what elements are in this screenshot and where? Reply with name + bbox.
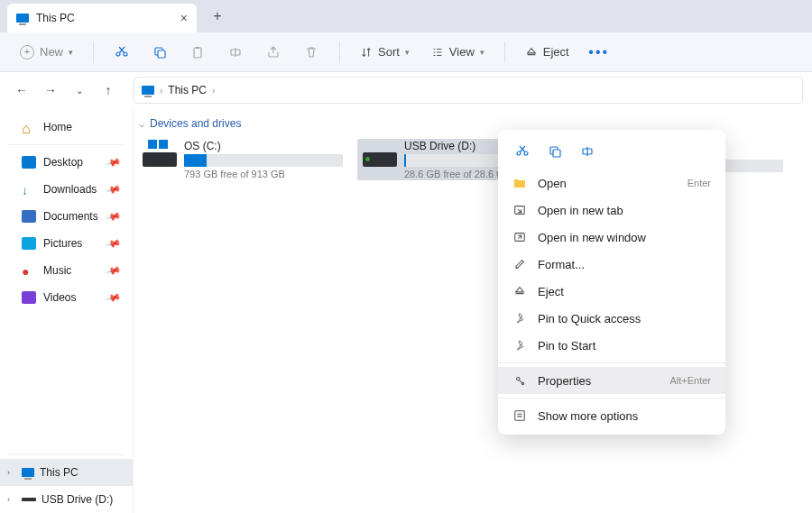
view-label: View — [449, 45, 475, 59]
tree-item-this-pc[interactable]: › This PC — [0, 459, 133, 486]
downloads-icon — [22, 183, 36, 196]
pin-icon: 📌 — [106, 154, 123, 170]
sidebar-home[interactable]: Home — [0, 114, 133, 141]
pin-icon: 📌 — [106, 208, 123, 224]
context-menu-item-properties[interactable]: PropertiesAlt+Enter — [498, 367, 725, 394]
context-menu-topbar — [498, 135, 725, 169]
delete-icon[interactable] — [296, 39, 327, 66]
eject-button[interactable]: Eject — [518, 41, 577, 62]
context-menu-label: Open in new tab — [538, 204, 623, 217]
context-menu-item-pin-to-start[interactable]: Pin to Start — [498, 332, 725, 359]
sidebar-item-pictures[interactable]: Pictures 📌 — [0, 230, 133, 257]
section-title: Devices and drives — [150, 117, 241, 130]
tab-this-pc[interactable]: This PC × — [7, 4, 197, 32]
sidebar-item-documents[interactable]: Documents 📌 — [0, 203, 133, 230]
svg-rect-3 — [196, 47, 199, 49]
context-menu-shortcut: Alt+Enter — [669, 375, 711, 386]
eject-icon — [525, 46, 538, 59]
sidebar-tree: › This PC › USB Drive (D:) — [0, 451, 133, 513]
tree-label: USB Drive (D:) — [42, 493, 113, 506]
pin-icon: 📌 — [106, 235, 123, 252]
context-menu-label: Format... — [538, 258, 585, 271]
drive-os-c[interactable]: OS (C:) 793 GB free of 913 GB — [137, 139, 348, 180]
chevron-down-icon: ⌵ — [139, 119, 144, 129]
sidebar-label: Desktop — [43, 156, 83, 169]
tab-bar: This PC × + — [0, 0, 812, 32]
view-icon — [431, 46, 444, 59]
sort-label: Sort — [378, 45, 400, 59]
context-menu-item-show-more-options[interactable]: Show more options — [498, 402, 725, 429]
context-menu-item-open[interactable]: OpenEnter — [498, 169, 725, 197]
up-button[interactable]: ↑ — [96, 77, 121, 104]
svg-rect-12 — [515, 411, 525, 421]
chevron-right-icon: › — [160, 86, 162, 96]
sidebar-label: Pictures — [43, 237, 82, 250]
context-menu-label: Show more options — [538, 409, 638, 423]
context-menu-label: Pin to Start — [538, 339, 595, 353]
chevron-right-icon: › — [7, 468, 16, 477]
forward-button[interactable]: → — [38, 77, 63, 104]
documents-icon — [22, 210, 36, 223]
drive-space-text: 793 GB free of 913 GB — [184, 169, 343, 179]
share-icon[interactable] — [258, 39, 289, 66]
context-menu-item-format[interactable]: Format... — [498, 251, 725, 278]
sidebar-label: Videos — [43, 291, 76, 304]
chevron-right-icon: › — [7, 495, 16, 504]
drive-name: OS (C:) — [184, 140, 343, 152]
home-icon — [22, 121, 36, 133]
sidebar-item-downloads[interactable]: Downloads 📌 — [0, 176, 133, 203]
view-button[interactable]: View ▾ — [424, 41, 492, 62]
chevron-down-icon: ▾ — [69, 48, 73, 57]
divider — [93, 41, 94, 63]
tree-label: This PC — [40, 466, 78, 479]
back-button[interactable]: ← — [9, 77, 34, 104]
sort-button[interactable]: Sort ▾ — [353, 41, 417, 62]
address-bar[interactable]: › This PC › — [134, 77, 803, 104]
context-menu-item-pin-to-quick-access[interactable]: Pin to Quick access — [498, 305, 725, 332]
more-button[interactable]: ••• — [584, 39, 614, 66]
divider — [339, 41, 340, 63]
context-menu-shortcut: Enter — [687, 178, 711, 188]
sidebar: Home Desktop 📌 Downloads 📌 Documents 📌 P… — [0, 108, 134, 513]
new-button[interactable]: + New ▾ — [13, 41, 80, 63]
drive-body: OS (C:) 793 GB free of 913 GB — [184, 140, 343, 179]
rename-icon[interactable] — [220, 39, 251, 66]
sidebar-item-music[interactable]: Music 📌 — [0, 257, 133, 284]
sidebar-item-videos[interactable]: Videos 📌 — [0, 284, 133, 311]
close-icon[interactable]: × — [180, 11, 188, 25]
context-menu-item-open-in-new-tab[interactable]: Open in new tab — [498, 197, 725, 224]
nav-row: ← → ⌄ ↑ › This PC › — [0, 72, 812, 108]
new-tab-button[interactable]: + — [202, 4, 233, 29]
recent-button[interactable]: ⌄ — [67, 77, 92, 104]
new-label: New — [40, 45, 63, 59]
rename-icon[interactable] — [574, 139, 601, 164]
cut-icon[interactable] — [509, 139, 536, 164]
sort-icon — [360, 46, 373, 59]
copy-icon[interactable] — [144, 39, 175, 66]
plus-circle-icon: + — [20, 45, 34, 60]
toolbar: + New ▾ Sort ▾ View ▾ Eject ••• — [0, 32, 812, 72]
pictures-icon — [22, 237, 36, 250]
sidebar-label: Music — [43, 264, 71, 277]
pin-icon — [512, 312, 527, 325]
newtab-icon — [512, 204, 527, 216]
chevron-down-icon: ▾ — [480, 48, 484, 57]
sidebar-label: Downloads — [43, 183, 97, 196]
drive-icon — [22, 498, 36, 501]
cut-icon[interactable] — [106, 39, 137, 66]
context-menu-item-open-in-new-window[interactable]: Open in new window — [498, 224, 725, 251]
divider — [7, 144, 125, 145]
tree-item-usb-drive[interactable]: › USB Drive (D:) — [0, 486, 133, 513]
sidebar-label: Home — [43, 121, 72, 133]
music-icon — [22, 264, 36, 277]
context-menu-item-eject[interactable]: Eject — [498, 278, 725, 305]
sidebar-item-desktop[interactable]: Desktop 📌 — [0, 149, 133, 176]
paste-icon[interactable] — [182, 39, 213, 66]
tab-title: This PC — [36, 12, 75, 24]
pin-icon — [512, 339, 527, 352]
drive-icon — [363, 152, 397, 167]
dots-icon: ••• — [588, 44, 609, 60]
body: Home Desktop 📌 Downloads 📌 Documents 📌 P… — [0, 108, 812, 513]
copy-icon[interactable] — [541, 139, 568, 164]
svg-rect-6 — [553, 150, 560, 157]
